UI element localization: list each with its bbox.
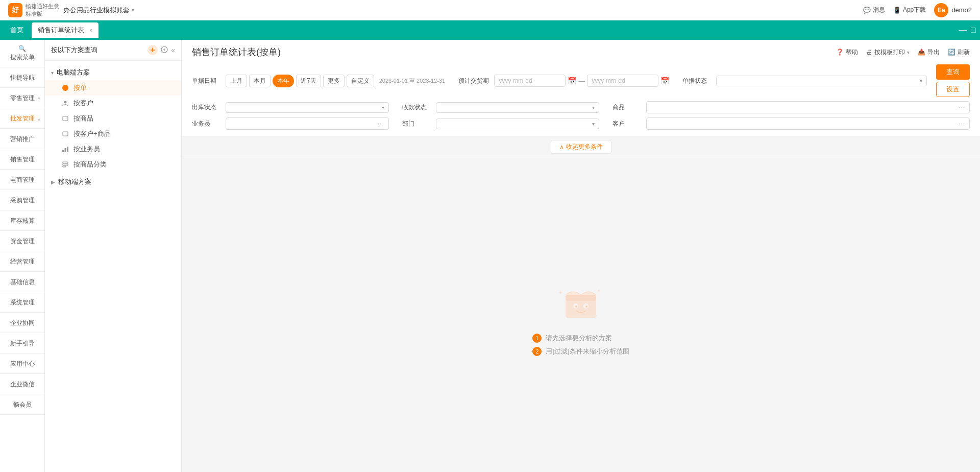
help-button[interactable]: ❓ 帮助 xyxy=(836,48,858,57)
export-button[interactable]: 📤 导出 xyxy=(918,48,940,57)
sidebar-item-purchase[interactable]: 采购管理 xyxy=(0,190,44,210)
sidebar-item-wholesale[interactable]: 批发管理 ▴ xyxy=(0,108,44,129)
user-name: demo2 xyxy=(951,6,972,14)
sidebar-item-app-center[interactable]: 应用中心 xyxy=(0,353,44,374)
goods-dots-icon[interactable]: ··· xyxy=(959,104,965,111)
left-panel: 按以下方案查询 + « ▾ 电脑端方案 按 xyxy=(45,40,182,472)
tab-active[interactable]: 销售订单统计表 × xyxy=(32,22,99,38)
date-btn-this-year[interactable]: 本年 xyxy=(273,75,294,87)
dept-select[interactable]: ▾ xyxy=(436,119,599,129)
payment-status-select[interactable]: ▾ xyxy=(436,102,599,113)
message-button[interactable]: 💬 消息 xyxy=(863,6,885,14)
empty-tips: 1 请先选择要分析的方案 2 用[过滤]条件来缩小分析范围 xyxy=(532,334,629,356)
edit-scheme-button[interactable] xyxy=(161,46,168,55)
ship-status-arrow-icon: ▾ xyxy=(382,105,384,110)
status-select-arrow-icon: ▾ xyxy=(920,78,922,84)
refresh-button[interactable]: 🔄 刷新 xyxy=(948,48,970,57)
sidebar-item-retail[interactable]: 零售管理 ▾ xyxy=(0,88,44,108)
sidebar-quick-nav[interactable]: 快捷导航 xyxy=(0,67,44,88)
empty-illustration: ✦ ✦ ✦ xyxy=(555,274,606,325)
filter-row-3: 业务员 ··· 部门 ▾ 客户 ··· xyxy=(192,117,970,130)
salesman-dots-icon[interactable]: ··· xyxy=(378,120,384,127)
sidebar-item-member[interactable]: 畅会员 xyxy=(0,394,44,415)
sidebar-item-newbie[interactable]: 新手引导 xyxy=(0,333,44,353)
sidebar-item-operations[interactable]: 经营管理 xyxy=(0,251,44,272)
sidebar-item-marketing[interactable]: 营销推广 xyxy=(0,129,44,149)
date-sep: — xyxy=(578,77,585,85)
tab-close-icon[interactable]: × xyxy=(89,28,92,33)
tree-expand-icon: ▾ xyxy=(51,70,54,76)
tree-parent-mobile-label: 移动端方案 xyxy=(58,177,91,186)
app-download-button[interactable]: 📱 App下载 xyxy=(893,6,926,14)
user-profile[interactable]: Ea demo2 xyxy=(934,3,972,17)
collapse-arrow-icon: ∧ xyxy=(559,144,564,151)
tree-parent-label: 电脑端方案 xyxy=(57,68,90,77)
date-buttons-group: 上月 本月 本年 近7天 更多 自定义 xyxy=(226,75,374,87)
tree-child-by-goods[interactable]: 按商品 xyxy=(45,111,181,126)
tree-child-by-goods-category[interactable]: 按商品分类 xyxy=(45,157,181,172)
app-title-dropdown-icon[interactable]: ▾ xyxy=(132,7,134,13)
left-panel-actions: + « xyxy=(148,45,175,55)
sidebar-item-enterprise-wechat[interactable]: 企业微信 xyxy=(0,374,44,394)
tab-home[interactable]: 首页 xyxy=(4,22,30,38)
date-btn-7days[interactable]: 近7天 xyxy=(296,75,321,87)
search-icon: 🔍 xyxy=(18,45,26,52)
expected-date-label: 预计交货期 xyxy=(458,77,489,85)
top-bar-right: 💬 消息 📱 App下载 Ea demo2 xyxy=(863,3,972,17)
sidebar-search[interactable]: 🔍 搜索菜单 xyxy=(0,40,44,67)
tip-num-2: 2 xyxy=(532,347,542,356)
right-panel: 销售订单统计表(按单) ❓ 帮助 🖨 按模板打印 ▾ 📤 xyxy=(182,40,980,472)
collapse-button[interactable]: ∧ 收起更多条件 xyxy=(551,140,611,154)
date-btn-last-month[interactable]: 上月 xyxy=(226,75,247,87)
calendar-start-icon[interactable]: 📅 xyxy=(568,77,576,85)
sidebar-item-enterprise[interactable]: 企业协同 xyxy=(0,313,44,333)
tab-minimize-icon[interactable]: — xyxy=(959,26,967,35)
salesman-select[interactable]: ··· xyxy=(226,117,389,130)
tree-child-by-salesman[interactable]: 按业务员 xyxy=(45,141,181,157)
status-select[interactable]: ▾ xyxy=(716,76,927,86)
tree-parent-mobile[interactable]: ▶ 移动端方案 xyxy=(45,174,181,190)
by-goods-icon xyxy=(61,114,69,123)
date-filter-label: 单据日期 xyxy=(192,77,220,85)
ship-status-select[interactable]: ▾ xyxy=(226,102,389,113)
date-btn-custom[interactable]: 自定义 xyxy=(347,75,374,87)
by-salesman-icon xyxy=(61,145,69,153)
sidebar-item-ecommerce[interactable]: 电商管理 xyxy=(0,170,44,190)
query-button[interactable]: 查询 xyxy=(936,64,970,80)
svg-rect-8 xyxy=(63,162,68,163)
tab-bar: 首页 销售订单统计表 × — □ xyxy=(0,20,980,40)
dept-label: 部门 xyxy=(402,120,431,128)
date-btn-more[interactable]: 更多 xyxy=(323,75,345,87)
sidebar-item-system[interactable]: 系统管理 xyxy=(0,292,44,313)
sidebar-item-basic-info[interactable]: 基础信息 xyxy=(0,272,44,292)
app-title-area[interactable]: 办公用品行业模拟账套 ▾ xyxy=(63,6,134,15)
tree-child-by-customer-goods[interactable]: 按客户+商品 xyxy=(45,126,181,141)
content-area: 按以下方案查询 + « ▾ 电脑端方案 按 xyxy=(45,40,980,472)
customer-dots-icon[interactable]: ··· xyxy=(959,120,965,127)
date-btn-this-month[interactable]: 本月 xyxy=(249,75,271,87)
expected-date-end[interactable] xyxy=(587,75,658,87)
tree-parent-pc[interactable]: ▾ 电脑端方案 xyxy=(45,65,181,80)
calendar-end-icon[interactable]: 📅 xyxy=(660,77,669,85)
add-scheme-button[interactable]: + xyxy=(148,45,158,55)
customer-select[interactable]: ··· xyxy=(646,117,970,130)
template-print-button[interactable]: 🖨 按模板打印 ▾ xyxy=(866,48,910,57)
expected-date-start[interactable] xyxy=(494,75,566,87)
setting-button[interactable]: 设置 xyxy=(936,82,970,97)
top-bar: 好 畅捷通好生意 标准版 办公用品行业模拟账套 ▾ 💬 消息 📱 App下载 E… xyxy=(0,0,980,20)
sidebar-item-sales[interactable]: 销售管理 xyxy=(0,149,44,170)
query-actions: 查询 设置 xyxy=(936,64,970,97)
by-customer-icon xyxy=(61,99,69,107)
svg-rect-4 xyxy=(63,132,68,136)
collapse-panel-button[interactable]: « xyxy=(171,46,175,54)
dept-arrow-icon: ▾ xyxy=(592,121,595,127)
top-bar-left: 好 畅捷通好生意 标准版 办公用品行业模拟账套 ▾ xyxy=(8,3,134,17)
tree-child-by-order[interactable]: 按单 xyxy=(45,80,181,96)
content-body: ✦ ✦ ✦ 1 请先选择要分析的方案 2 用[过滤]条件来缩小分析范围 xyxy=(182,158,980,472)
tab-maximize-icon[interactable]: □ xyxy=(971,26,976,35)
goods-select[interactable]: ··· xyxy=(646,101,970,113)
payment-status-arrow-icon: ▾ xyxy=(592,105,595,110)
tree-child-by-customer[interactable]: 按客户 xyxy=(45,96,181,111)
sidebar-item-finance[interactable]: 资金管理 xyxy=(0,231,44,251)
sidebar-item-inventory[interactable]: 库存核算 xyxy=(0,210,44,231)
